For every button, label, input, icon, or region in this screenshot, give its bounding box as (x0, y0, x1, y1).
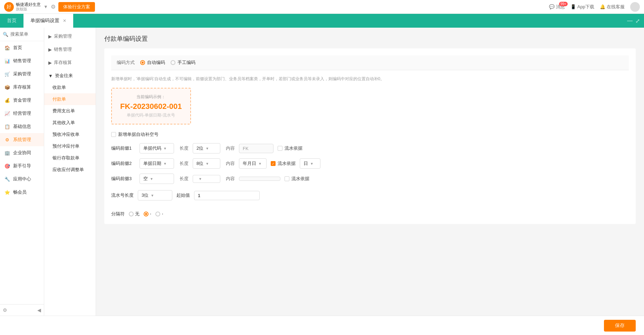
prefix3-serial-checkbox[interactable]: 流水依据 (285, 176, 309, 182)
prefix2-length-label: 长度 (180, 160, 189, 167)
prefix3-length-select[interactable]: ▼ (193, 175, 220, 183)
prefix2-day-select[interactable]: 日 ▼ (300, 158, 320, 169)
sidebar-item-inventory[interactable]: 📦 库存核算 (0, 81, 44, 94)
chevron-right-icon: ▶ (48, 34, 52, 39)
sidebar-collapse-icon[interactable]: ◀ (37, 307, 41, 313)
sidebar-item-member[interactable]: ⭐ 畅会员 (0, 186, 44, 199)
serial-length-label: 流水号长度 (111, 192, 134, 198)
message-icon: 💬 (549, 4, 555, 9)
purchase-icon: 🛒 (4, 71, 10, 77)
subnav-group-inventory-title[interactable]: ▶ 库存核算 (44, 57, 96, 68)
encoding-form-rows: 编码前缀1 单据代码 ▼ 长度 2位 ▼ 内容 FK 流水依据 (111, 143, 629, 217)
trial-button[interactable]: 体验行业方案 (58, 2, 95, 12)
sidebar-item-finance[interactable]: 💰 资金管理 (0, 94, 44, 107)
subnav-item-payment[interactable]: 付款单 (44, 93, 96, 105)
manual-encoding-radio[interactable]: 手工编码 (171, 59, 195, 66)
prefix2-content-select[interactable]: 年月日 ▼ (239, 158, 267, 169)
nav-arrow-icon[interactable]: ▼ (44, 4, 48, 9)
subnav-item-expense[interactable]: 费用支出单 (44, 105, 96, 117)
sidebar-item-home[interactable]: 🏠 首页 (0, 41, 44, 54)
subnav-group-sales-title[interactable]: ▶ 销售管理 (44, 44, 96, 55)
prefix1-serial-checkbox[interactable]: 流水依据 (278, 145, 302, 151)
subnav-group-purchase: ▶ 采购管理 (44, 30, 96, 42)
auto-fill-checkbox[interactable] (111, 132, 116, 137)
subnav-item-prepay-payable[interactable]: 预付冲应付单 (44, 140, 96, 152)
prefix3-select[interactable]: 空 ▼ (140, 174, 174, 184)
subnav-item-adjustment[interactable]: 应收应付调整单 (44, 164, 96, 176)
prefix2-content-label: 内容 (226, 160, 235, 167)
basic-icon: 📋 (4, 123, 10, 130)
tabbar: 首页 单据编码设置 ✕ — ⤢ (0, 14, 644, 28)
prefix2-serial-checkbox[interactable]: ✓ 流水依据 (271, 160, 296, 167)
app-center-icon: 🔧 (4, 176, 10, 182)
auto-fill-checkbox-row[interactable]: 新增单据自动补空号 (111, 131, 629, 138)
service-button[interactable]: 🔔 在线客服 (600, 4, 625, 10)
subnav-group-purchase-title[interactable]: ▶ 采购管理 (44, 30, 96, 42)
prefix2-serial-check-box[interactable]: ✓ (271, 161, 276, 166)
serial-length-select[interactable]: 3位 ▼ (138, 190, 172, 201)
form-row-prefix1: 编码前缀1 单据代码 ▼ 长度 2位 ▼ 内容 FK 流水依据 (111, 143, 629, 153)
main-layout: 🔍 搜索菜单 🏠 首页 📊 销售管理 🛒 采购管理 📦 库存核算 💰 (0, 28, 644, 316)
sidebar-item-system[interactable]: ⚙ 系统管理 (0, 133, 44, 146)
subnav-group-inventory: ▶ 库存核算 (44, 57, 96, 68)
topbar-nav: ▼ ⚙ (44, 3, 56, 10)
subnav-group-finance-title[interactable]: ▼ 资金往来 (44, 70, 96, 82)
tab-encoding[interactable]: 单据编码设置 ✕ (23, 14, 73, 28)
info-text: 新增单据时，'单据编码'自动生成，不可编辑，前缀设置为部门、业务员等档案类，开单… (111, 76, 629, 82)
prefix1-select[interactable]: 单据代码 ▼ (140, 143, 174, 153)
system-icon: ⚙ (4, 137, 10, 143)
subnav-item-income[interactable]: 其他收入单 (44, 117, 96, 129)
sidebar-item-enterprise[interactable]: 🏢 企业协同 (0, 146, 44, 159)
prefix3-serial-check-box[interactable] (285, 176, 289, 181)
sidebar-bottom: ⚙ ◀ (0, 304, 44, 316)
save-button[interactable]: 保存 (604, 320, 636, 332)
prefix2-label: 编码前缀2 (111, 160, 135, 167)
sidebar-nav: 🏠 首页 📊 销售管理 🛒 采购管理 📦 库存核算 💰 资金管理 📈 经 (0, 41, 44, 304)
app-download-button[interactable]: 📱 App下载 (570, 4, 594, 10)
prefix3-length-label: 长度 (180, 176, 189, 182)
message-button[interactable]: 💬 消息 99+ (549, 4, 565, 10)
tab-close-icon[interactable]: ✕ (63, 18, 66, 23)
prefix1-length-select[interactable]: 2位 ▼ (193, 143, 220, 153)
member-icon: ⭐ (4, 189, 10, 195)
sidebar-item-operation[interactable]: 📈 经营管理 (0, 107, 44, 120)
serial-arrow-icon: ▼ (151, 194, 154, 197)
encoding-method-row: 编码方式 自动编码 手工编码 (111, 55, 629, 70)
auto-encoding-radio[interactable]: 自动编码 (140, 59, 165, 66)
prefix3-content-label: 内容 (226, 176, 235, 182)
prefix2-length-select[interactable]: 8位 ▼ (193, 158, 220, 169)
tab-home[interactable]: 首页 (0, 14, 23, 28)
subnav-item-bank-deposit[interactable]: 银行存取款单 (44, 152, 96, 164)
subnav-group-sales: ▶ 销售管理 (44, 44, 96, 55)
subnav-item-receipt[interactable]: 收款单 (44, 82, 96, 93)
sidebar-settings-icon[interactable]: ⚙ (3, 307, 7, 313)
prefix3-length-arrow-icon: ▼ (199, 177, 202, 181)
sidebar-item-purchase[interactable]: 🛒 采购管理 (0, 67, 44, 81)
settings-icon[interactable]: ⚙ (51, 3, 56, 10)
subnav-item-prepay-receivable[interactable]: 预收冲应收单 (44, 129, 96, 140)
inventory-icon: 📦 (4, 84, 10, 90)
separator-none-radio[interactable]: 无 (129, 211, 140, 217)
guide-icon: 🎯 (4, 163, 10, 169)
prefix2-select[interactable]: 单据日期 ▼ (140, 158, 174, 169)
sidebar-item-basic[interactable]: 📋 基础信息 (0, 120, 44, 133)
prefix1-length-label: 长度 (180, 145, 189, 151)
minimize-icon[interactable]: — (627, 18, 633, 24)
search-menu-button[interactable]: 🔍 搜索菜单 (0, 28, 44, 41)
message-badge: 99+ (559, 2, 568, 6)
sidebar-item-sales[interactable]: 📊 销售管理 (0, 54, 44, 67)
prefix1-serial-check-box[interactable] (278, 146, 282, 151)
sidebar-item-guide[interactable]: 🎯 新手引导 (0, 159, 44, 173)
separator-options: 无 · · (129, 211, 163, 217)
operation-icon: 📈 (4, 110, 10, 117)
home-icon: 🏠 (4, 45, 10, 51)
maximize-icon[interactable]: ⤢ (635, 18, 640, 24)
serial-start-input[interactable] (194, 191, 260, 200)
separator-dot-radio[interactable]: · (155, 211, 163, 217)
chevron-right-icon2: ▶ (48, 47, 52, 52)
user-avatar[interactable] (630, 2, 640, 12)
sidebar-item-app[interactable]: 🔧 应用中心 (0, 173, 44, 186)
encoding-method-label: 编码方式 (117, 59, 135, 66)
separator-dash-radio[interactable]: · (144, 211, 151, 217)
prefix1-content-value: FK (239, 144, 273, 153)
